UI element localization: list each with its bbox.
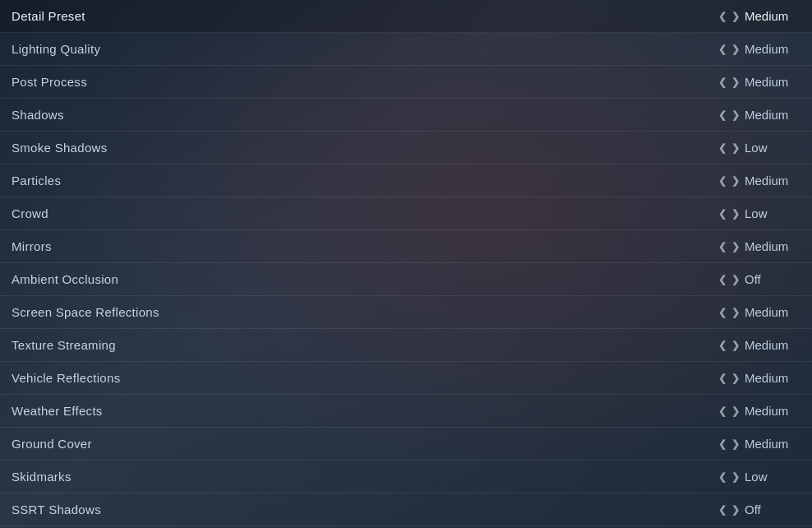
setting-label-detail-preset: Detail Preset [12, 9, 85, 23]
setting-label-texture-streaming: Texture Streaming [12, 338, 116, 352]
chevron-left-weather-effects[interactable] [718, 405, 727, 417]
chevron-right-ambient-occlusion[interactable] [731, 273, 740, 285]
chevron-right-skidmarks[interactable] [731, 470, 740, 483]
value-text-crowd: Low [745, 206, 802, 220]
value-text-mirrors: Medium [745, 239, 802, 253]
value-text-texture-streaming: Medium [745, 338, 802, 352]
setting-label-ground-cover: Ground Cover [12, 437, 92, 451]
setting-row-mirrors[interactable]: MirrorsMedium [0, 230, 812, 263]
setting-label-ambient-occlusion: Ambient Occlusion [12, 272, 118, 286]
setting-label-shadows: Shadows [12, 108, 64, 122]
setting-row-texture-streaming[interactable]: Texture StreamingMedium [0, 329, 812, 362]
chevron-left-detail-preset[interactable] [718, 10, 727, 22]
setting-value-group-crowd: Low [718, 206, 802, 220]
chevron-left-screen-space-reflections[interactable] [718, 306, 727, 318]
setting-label-post-process: Post Process [12, 75, 87, 89]
chevron-right-screen-space-reflections[interactable] [731, 306, 740, 318]
setting-value-group-mirrors: Medium [718, 239, 802, 253]
value-text-smoke-shadows: Low [745, 141, 802, 155]
chevron-right-lighting-quality[interactable] [731, 43, 740, 55]
setting-value-group-texture-streaming: Medium [718, 338, 802, 352]
chevron-right-ssrt-shadows[interactable] [731, 503, 740, 516]
setting-label-ssrt-shadows: SSRT Shadows [12, 503, 101, 516]
setting-label-particles: Particles [12, 174, 61, 188]
setting-label-vehicle-reflections: Vehicle Reflections [12, 371, 120, 385]
setting-value-group-detail-preset: Medium [718, 9, 802, 23]
chevron-left-particles[interactable] [718, 174, 727, 187]
setting-row-particles[interactable]: ParticlesMedium [0, 164, 812, 197]
setting-value-group-shadows: Medium [718, 108, 802, 122]
chevron-left-ssrt-shadows[interactable] [718, 503, 727, 516]
setting-value-group-smoke-shadows: Low [718, 141, 802, 155]
setting-value-group-ground-cover: Medium [718, 437, 802, 451]
chevron-left-vehicle-reflections[interactable] [718, 372, 727, 384]
chevron-left-crowd[interactable] [718, 207, 727, 220]
value-text-ground-cover: Medium [745, 437, 802, 451]
chevron-left-mirrors[interactable] [718, 240, 727, 252]
setting-row-smoke-shadows[interactable]: Smoke ShadowsLow [0, 132, 812, 164]
setting-value-group-post-process: Medium [718, 75, 802, 89]
chevron-left-skidmarks[interactable] [718, 470, 727, 483]
setting-row-detail-preset[interactable]: Detail PresetMedium [0, 0, 812, 33]
value-text-detail-preset: Medium [745, 9, 802, 23]
setting-row-ground-cover[interactable]: Ground CoverMedium [0, 428, 812, 461]
value-text-ssrt-shadows: Off [745, 503, 802, 516]
chevron-right-ground-cover[interactable] [731, 438, 740, 450]
setting-value-group-screen-space-reflections: Medium [718, 305, 802, 319]
setting-value-group-weather-effects: Medium [718, 404, 802, 418]
setting-value-group-ambient-occlusion: Off [718, 272, 802, 286]
setting-label-weather-effects: Weather Effects [12, 404, 103, 418]
setting-label-mirrors: Mirrors [12, 239, 52, 253]
value-text-weather-effects: Medium [745, 404, 802, 418]
setting-row-ssrt-shadows[interactable]: SSRT ShadowsOff [0, 493, 812, 526]
value-text-ambient-occlusion: Off [745, 272, 802, 286]
value-text-lighting-quality: Medium [745, 42, 802, 56]
setting-row-vehicle-reflections[interactable]: Vehicle ReflectionsMedium [0, 362, 812, 395]
value-text-shadows: Medium [745, 108, 802, 122]
chevron-left-ground-cover[interactable] [718, 438, 727, 450]
setting-row-weather-effects[interactable]: Weather EffectsMedium [0, 395, 812, 428]
chevron-left-smoke-shadows[interactable] [718, 141, 727, 154]
setting-label-smoke-shadows: Smoke Shadows [12, 141, 107, 155]
setting-row-ambient-occlusion[interactable]: Ambient OcclusionOff [0, 263, 812, 296]
setting-value-group-vehicle-reflections: Medium [718, 371, 802, 385]
chevron-right-weather-effects[interactable] [731, 405, 740, 417]
setting-row-screen-space-reflections[interactable]: Screen Space ReflectionsMedium [0, 296, 812, 329]
chevron-left-ambient-occlusion[interactable] [718, 273, 727, 285]
setting-value-group-skidmarks: Low [718, 470, 802, 484]
setting-label-screen-space-reflections: Screen Space Reflections [12, 305, 159, 319]
value-text-skidmarks: Low [745, 470, 802, 484]
setting-value-group-ssrt-shadows: Off [718, 503, 802, 516]
value-text-screen-space-reflections: Medium [745, 305, 802, 319]
chevron-right-smoke-shadows[interactable] [731, 141, 740, 154]
chevron-left-shadows[interactable] [718, 109, 727, 121]
chevron-right-shadows[interactable] [731, 109, 740, 121]
value-text-post-process: Medium [745, 75, 802, 89]
setting-label-skidmarks: Skidmarks [12, 470, 72, 484]
chevron-left-post-process[interactable] [718, 76, 727, 88]
settings-container: Detail PresetMediumLighting QualityMediu… [0, 0, 812, 526]
chevron-right-mirrors[interactable] [731, 240, 740, 252]
chevron-right-post-process[interactable] [731, 76, 740, 88]
value-text-particles: Medium [745, 174, 802, 188]
chevron-right-texture-streaming[interactable] [731, 339, 740, 351]
setting-row-crowd[interactable]: CrowdLow [0, 197, 812, 230]
setting-value-group-lighting-quality: Medium [718, 42, 802, 56]
setting-label-lighting-quality: Lighting Quality [12, 42, 100, 56]
chevron-right-crowd[interactable] [731, 207, 740, 220]
setting-row-post-process[interactable]: Post ProcessMedium [0, 66, 812, 99]
chevron-left-lighting-quality[interactable] [718, 43, 727, 55]
setting-row-lighting-quality[interactable]: Lighting QualityMedium [0, 33, 812, 66]
chevron-right-particles[interactable] [731, 174, 740, 187]
value-text-vehicle-reflections: Medium [745, 371, 802, 385]
setting-label-crowd: Crowd [12, 206, 48, 220]
chevron-right-vehicle-reflections[interactable] [731, 372, 740, 384]
setting-row-shadows[interactable]: ShadowsMedium [0, 99, 812, 132]
setting-value-group-particles: Medium [718, 174, 802, 188]
chevron-right-detail-preset[interactable] [731, 10, 740, 22]
chevron-left-texture-streaming[interactable] [718, 339, 727, 351]
setting-row-skidmarks[interactable]: SkidmarksLow [0, 461, 812, 493]
